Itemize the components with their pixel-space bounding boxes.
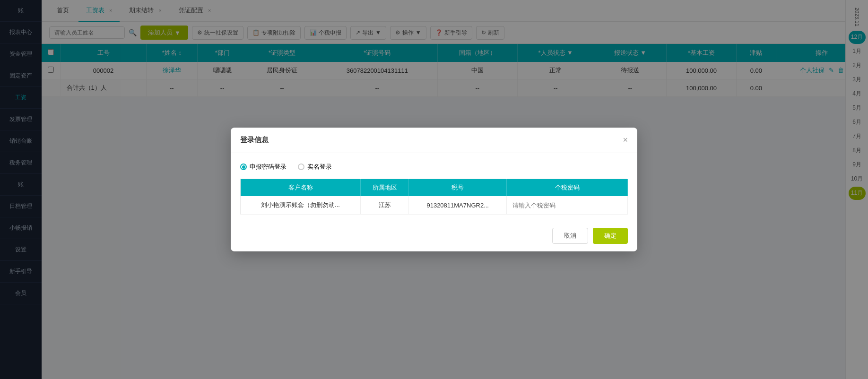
login-table: 客户名称 所属地区 税号 个税密码 刘小艳演示账套（勿删勿动... 江苏 913… [240, 179, 628, 215]
col-region: 所属地区 [361, 179, 409, 197]
radio-realname-label: 实名登录 [307, 163, 332, 171]
dialog-footer: 取消 确定 [231, 222, 637, 251]
dialog-close-btn[interactable]: × [623, 135, 628, 145]
radio-realname-circle [298, 164, 304, 170]
dialog-header: 登录信息 × [231, 128, 637, 153]
radio-password-label: 申报密码登录 [250, 163, 286, 171]
dialog-title: 登录信息 [240, 136, 269, 145]
login-dialog: 登录信息 × 申报密码登录 实名登录 客户名称 所属地区 税号 个税密码 [231, 128, 637, 251]
col-client-name: 客户名称 [241, 179, 361, 197]
dialog-body: 申报密码登录 实名登录 客户名称 所属地区 税号 个税密码 刘小艳演示账套（勿删… [231, 153, 637, 222]
cell-client-name: 刘小艳演示账套（勿删勿动... [241, 196, 361, 215]
confirm-button[interactable]: 确定 [593, 228, 628, 244]
tax-password-input[interactable] [512, 202, 622, 209]
radio-realname-login[interactable]: 实名登录 [298, 163, 332, 171]
col-tax-no: 税号 [409, 179, 507, 197]
radio-password-circle [240, 164, 247, 170]
radio-group: 申报密码登录 实名登录 [240, 163, 628, 171]
cell-tax-no: 91320811MA7NGR2... [409, 196, 507, 215]
cell-region: 江苏 [361, 196, 409, 215]
login-table-row: 刘小艳演示账套（勿删勿动... 江苏 91320811MA7NGR2... [241, 196, 628, 215]
cell-tax-password [507, 196, 628, 215]
cancel-button[interactable]: 取消 [552, 228, 588, 244]
col-tax-password: 个税密码 [507, 179, 628, 197]
radio-password-login[interactable]: 申报密码登录 [240, 163, 286, 171]
